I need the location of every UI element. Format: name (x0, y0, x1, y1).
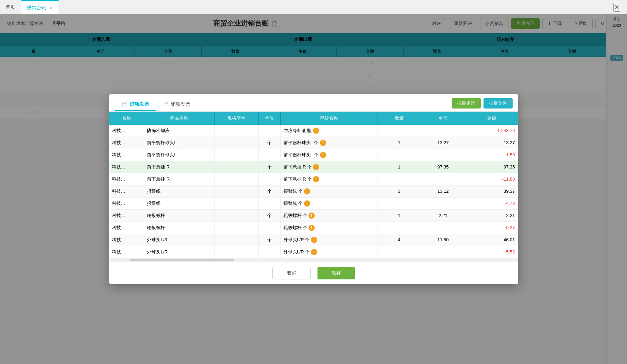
cell-qty: 1 (377, 137, 421, 149)
col-header-inventory: 存货名称 (280, 112, 377, 125)
outgoing-invoice-icon: 📄 (163, 102, 169, 107)
cell-name: 科技… (109, 209, 144, 222)
cell-amount: 46.01 (465, 234, 518, 246)
cell-spec (215, 173, 259, 185)
tab-ledger[interactable]: 进销台账 ✕ (21, 0, 59, 14)
col-header-spec: 规格型号 (215, 112, 259, 125)
cell-product: 前下悬挂 R (144, 173, 215, 185)
cell-unit: 个 (259, 161, 280, 173)
warning-icon: ! (313, 164, 319, 170)
cancel-button[interactable]: 取消 (272, 267, 311, 279)
modal-table-container: 名称 商品名称 规格型号 单位 存货名称 数量 单价 金额 科技… 防冻冷却液 (109, 112, 518, 258)
table-row[interactable]: 科技… 前下悬挂 R 个 前下悬挂 R 个 ! 1 97.35 97.35 (109, 161, 518, 173)
table-row[interactable]: 科技… 前平衡杆球头L 个 前平衡杆球头L 个 ! 1 13.27 13.27 (109, 137, 518, 149)
window-close-button[interactable]: ✕ (613, 3, 620, 12)
cell-unit (259, 222, 280, 234)
col-header-name: 名称 (109, 112, 144, 125)
cell-spec (215, 209, 259, 222)
cell-unit (259, 246, 280, 258)
tab-home[interactable]: 首页 (0, 0, 21, 14)
cell-product: 外球头L/R (144, 234, 215, 246)
batch-assign-button[interactable]: 批量指定 (452, 98, 481, 109)
cell-unit (259, 197, 280, 209)
warning-icon: ! (320, 152, 326, 158)
cell-price (421, 222, 465, 234)
cell-inventory: 外球头L/R 个 ! (280, 234, 377, 246)
warning-icon: ! (313, 128, 319, 134)
cell-inventory: 防冻冷却液 瓶 ! (280, 125, 377, 137)
cell-product: 防冻冷却液 (144, 125, 215, 137)
table-row[interactable]: 科技… 报警线 个 报警线 个 ! 3 13.12 39.37 (109, 185, 518, 197)
table-row[interactable]: 科技… 前平衡杆球头L 前平衡杆球头L 个 ! -1.59 (109, 149, 518, 161)
modal-header-actions: 批量指定 批量创建 (452, 98, 513, 111)
cell-amount: -0.27 (465, 222, 518, 234)
modal-close-button[interactable]: ✕ (508, 98, 513, 104)
table-row[interactable]: 科技… 外球头L/R 个 外球头L/R 个 ! 4 11.50 46.01 (109, 234, 518, 246)
table-row[interactable]: 科技… 轮毂螺杆 个 轮毂螺杆 个 ! 1 2.21 2.21 (109, 209, 518, 222)
modal-scrollbar[interactable] (109, 258, 518, 262)
table-row[interactable]: 科技… 报警线 报警线 个 ! -4.72 (109, 197, 518, 209)
cell-unit: 个 (259, 185, 280, 197)
table-row[interactable]: 科技… 外球头L/R 外球头L/R 个 ! -5.52 (109, 246, 518, 258)
cell-price: 2.21 (421, 209, 465, 222)
table-row[interactable]: 科技… 防冻冷却液 防冻冷却液 瓶 ! -1,243.76 (109, 125, 518, 137)
cell-inventory: 报警线 个 ! (280, 185, 377, 197)
cell-qty (377, 222, 421, 234)
cell-amount: -1,243.76 (465, 125, 518, 137)
cell-product: 前平衡杆球头L (144, 149, 215, 161)
cell-amount: -11.68 (465, 173, 518, 185)
cell-inventory: 前平衡杆球头L 个 ! (280, 149, 377, 161)
col-header-qty: 数量 (377, 112, 421, 125)
cell-inventory: 前平衡杆球头L 个 ! (280, 137, 377, 149)
cell-unit: 个 (259, 209, 280, 222)
cell-amount: -1.59 (465, 149, 518, 161)
warning-icon: ! (311, 249, 317, 255)
cell-price (421, 197, 465, 209)
cell-product: 轮毂螺杆 (144, 209, 215, 222)
cell-name: 科技… (109, 125, 144, 137)
cell-amount: -4.72 (465, 197, 518, 209)
warning-icon: ! (304, 188, 310, 194)
cell-qty (377, 125, 421, 137)
cell-qty: 3 (377, 185, 421, 197)
warning-icon: ! (308, 225, 315, 231)
cell-price: 11.50 (421, 234, 465, 246)
cell-amount: 2.21 (465, 209, 518, 222)
cell-spec (215, 234, 259, 246)
cell-inventory: 报警线 个 ! (280, 197, 377, 209)
cell-product: 轮毂螺杆 (144, 222, 215, 234)
main-area: 销售成本计算方法： 月平均 商贸企业进销台账 📋 对账 重新开账 存货别名 生成… (0, 14, 627, 364)
modal-dialog: 📄 进项发票 📄 销项发票 批量指定 批量创建 ✕ (109, 94, 518, 284)
cell-product: 外球头L/R (144, 246, 215, 258)
cell-amount: 97.35 (465, 161, 518, 173)
incoming-invoice-icon: 📄 (122, 102, 128, 107)
cell-product: 报警线 (144, 185, 215, 197)
col-header-product: 商品名称 (144, 112, 215, 125)
cell-amount: 39.37 (465, 185, 518, 197)
modal-tab-incoming[interactable]: 📄 进项发票 (115, 98, 156, 111)
cell-spec (215, 137, 259, 149)
cell-qty: 4 (377, 234, 421, 246)
col-header-price: 单价 (421, 112, 465, 125)
table-row[interactable]: 科技… 前下悬挂 R 前下悬挂 R 个 ! -11.68 (109, 173, 518, 185)
modal-tab-outgoing[interactable]: 📄 销项发票 (156, 98, 197, 111)
modal-scrollbar-thumb[interactable] (130, 259, 234, 261)
cell-unit: 个 (259, 137, 280, 149)
save-button[interactable]: 保存 (317, 267, 355, 279)
col-header-unit: 单位 (259, 112, 280, 125)
table-row[interactable]: 科技… 轮毂螺杆 轮毂螺杆 个 ! -0.27 (109, 222, 518, 234)
cell-inventory: 轮毂螺杆 个 ! (280, 222, 377, 234)
cell-product: 前下悬挂 R (144, 161, 215, 173)
cell-qty: 1 (377, 209, 421, 222)
cell-inventory: 前下悬挂 R 个 ! (280, 173, 377, 185)
cell-unit (259, 125, 280, 137)
cell-name: 科技… (109, 246, 144, 258)
cell-amount: -5.52 (465, 246, 518, 258)
table-header-row: 名称 商品名称 规格型号 单位 存货名称 数量 单价 金额 (109, 112, 518, 125)
cell-qty (377, 149, 421, 161)
warning-icon: ! (304, 200, 310, 207)
warning-icon: ! (313, 176, 319, 182)
tab-close-icon[interactable]: ✕ (50, 6, 53, 10)
cell-spec (215, 246, 259, 258)
cell-name: 科技… (109, 197, 144, 209)
